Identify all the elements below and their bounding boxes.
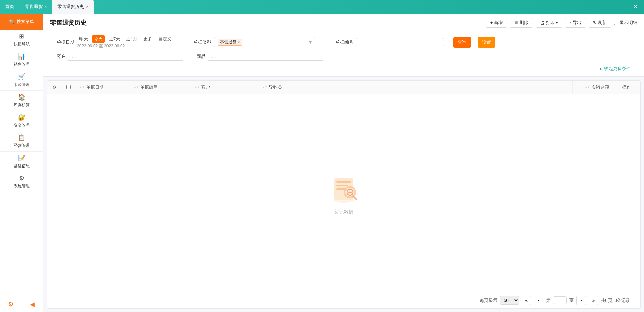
window-close-button[interactable]: × — [631, 2, 640, 12]
sidebar-item-label-system: 系统管理 — [14, 183, 30, 189]
collapse-label: 收起更多条件 — [604, 66, 630, 72]
date-filter-buttons: 昨天 今天 近7天 近1月 更多 自定义 — [77, 35, 173, 43]
refresh-label: 刷新 — [598, 20, 607, 26]
sidebar-item-label-inventory: 库存核算 — [14, 102, 30, 108]
print-button[interactable]: 🖨 打印 ▾ — [536, 18, 562, 28]
add-button[interactable]: + 新增 — [486, 18, 507, 28]
customer-filter-label: 客户 — [57, 53, 66, 60]
sidebar-collapse-button[interactable]: ◀ — [30, 300, 35, 308]
column-settings-icon[interactable]: ⚙ — [52, 85, 56, 90]
empty-state: 暂无数据 — [327, 171, 361, 215]
date-range-text: 2023-06-02 至 2023-06-02 — [77, 43, 173, 49]
collapse-button[interactable]: ▲ 收起更多条件 — [598, 66, 630, 72]
system-icon: ⚙ — [19, 175, 24, 182]
sidebar-item-sales-mgmt[interactable]: 📊销售管理 — [0, 50, 43, 70]
select-all-checkbox[interactable] — [66, 85, 71, 89]
date-filter-item: 单据日期 昨天 今天 近7天 近1月 更多 自定义 2023-06-02 至 2… — [57, 35, 173, 49]
goods-filter-input[interactable] — [208, 52, 323, 61]
date-today-button[interactable]: 今天 — [92, 35, 105, 43]
sidebar-item-system[interactable]: ⚙系统管理 — [0, 172, 43, 192]
next-page-button[interactable]: › — [576, 296, 586, 305]
th-guide-sort-icon[interactable]: ▲▼ — [262, 86, 267, 89]
sidebar-search-button[interactable]: 🔍 搜索菜单 — [0, 14, 43, 30]
sidebar-item-label-sales-mgmt: 销售管理 — [14, 62, 30, 67]
type-filter-label: 单据类型 — [194, 39, 211, 45]
th-customer-sort-icon[interactable]: ▲▼ — [194, 86, 200, 89]
top-bar: 首页零售退货×零售退货历史× × — [0, 0, 644, 14]
sidebar-item-finance[interactable]: 🔐资金管理 — [0, 111, 43, 131]
sidebar-item-label-quick-nav: 快捷导航 — [14, 41, 30, 47]
tab-return[interactable]: 零售退货× — [20, 0, 52, 14]
date-custom-button[interactable]: 自定义 — [156, 35, 173, 43]
customer-filter-input[interactable] — [68, 52, 183, 61]
date-more-button[interactable]: 更多 — [141, 35, 154, 43]
type-tag-remove[interactable]: × — [238, 40, 240, 44]
th-num: ▲▼ 单据编号 — [129, 81, 190, 94]
filter-row-2: 客户 商品 — [57, 52, 630, 61]
sidebar-item-basic-info[interactable]: 📝基础信息 — [0, 152, 43, 172]
th-num-label: 单据编号 — [140, 84, 158, 90]
tab-home[interactable]: 首页 — [0, 0, 20, 14]
pagination: 每页显示 50 10 20 100 « ‹ 第 页 › » 共0页, 0条记录 — [50, 292, 637, 308]
sales-mgmt-icon: 📊 — [18, 53, 25, 60]
th-op: 操作 — [613, 81, 640, 94]
filter-area: 单据日期 昨天 今天 近7天 近1月 更多 自定义 2023-06-02 至 2… — [50, 32, 637, 76]
show-detail-checkbox-label[interactable]: 显示明细 — [614, 20, 637, 26]
page-title-row: 零售退货历史 + 新增 🗑 删除 🖨 打印 ▾ ↑ 导出 ↻ — [50, 18, 637, 28]
page-number-input[interactable] — [553, 296, 567, 304]
th-date-sort-icon[interactable]: ▲▼ — [79, 86, 85, 89]
page-suffix-label: 页 — [569, 297, 574, 304]
num-filter-label: 单据编号 — [336, 39, 353, 45]
sidebar-item-quick-nav[interactable]: ⊞快捷导航 — [0, 30, 43, 50]
date-last1m-button[interactable]: 近1月 — [124, 35, 139, 43]
print-label: 打印 — [546, 20, 555, 26]
tab-list: 首页零售退货×零售退货历史× — [0, 0, 631, 14]
date-filter-group: 昨天 今天 近7天 近1月 更多 自定义 2023-06-02 至 2023-0… — [77, 35, 173, 49]
delete-button[interactable]: 🗑 删除 — [510, 18, 533, 28]
per-page-select[interactable]: 50 10 20 100 — [500, 296, 519, 305]
collapse-icon: ▲ — [598, 66, 603, 71]
tab-close-return[interactable]: × — [45, 5, 47, 9]
sidebar-item-label-finance: 资金管理 — [14, 122, 30, 128]
sidebar-item-operations[interactable]: 📋经营管理 — [0, 131, 43, 152]
export-label: 导出 — [573, 20, 581, 26]
customer-filter-item: 客户 — [57, 52, 183, 61]
th-guide: ▲▼ 导购员 — [258, 81, 312, 94]
sidebar-item-purchase-mgmt[interactable]: 🛒采购管理 — [0, 70, 43, 91]
goods-filter-label: 商品 — [197, 53, 206, 60]
toolbar-buttons: + 新增 🗑 删除 🖨 打印 ▾ ↑ 导出 ↻ 刷新 — [486, 18, 637, 28]
last-page-button[interactable]: » — [589, 296, 598, 305]
th-num-sort-icon[interactable]: ▲▼ — [134, 86, 139, 89]
th-amount-sort-icon[interactable]: ▲▼ — [585, 86, 590, 89]
svg-line-7 — [353, 196, 356, 199]
type-tag: 零售退货 × — [218, 39, 242, 46]
num-filter-input[interactable] — [356, 38, 444, 46]
empty-icon — [327, 171, 361, 205]
table-header: ⚙ ▲▼ 单据日期 ▲▼ 单据编号 ▲▼ 客户 ▲▼ — [47, 81, 640, 94]
show-detail-checkbox[interactable] — [614, 21, 618, 25]
date-filter-label: 单据日期 — [57, 39, 74, 45]
svg-rect-3 — [336, 185, 348, 186]
export-button[interactable]: ↑ 导出 — [565, 18, 586, 28]
filter-settings-button[interactable]: 设置 — [478, 37, 495, 48]
refresh-button[interactable]: ↻ 刷新 — [589, 18, 611, 28]
th-check[interactable] — [62, 81, 75, 94]
search-icon: 🔍 — [9, 19, 15, 24]
date-yesterday-button[interactable]: 昨天 — [77, 35, 90, 43]
date-last7-button[interactable]: 近7天 — [107, 35, 122, 43]
th-customer-label: 客户 — [201, 84, 210, 90]
prev-page-button[interactable]: ‹ — [534, 296, 543, 305]
refresh-icon: ↻ — [593, 20, 597, 25]
th-settings[interactable]: ⚙ — [47, 81, 62, 94]
query-button[interactable]: 查询 — [453, 37, 471, 48]
sidebar-item-label-operations: 经营管理 — [14, 143, 30, 149]
sidebar-settings-button[interactable]: ⚙ — [8, 300, 14, 308]
tab-close-return-history[interactable]: × — [86, 5, 88, 9]
first-page-button[interactable]: « — [522, 296, 531, 305]
tab-return-history[interactable]: 零售退货历史× — [52, 0, 93, 14]
sidebar-item-label-purchase-mgmt: 采购管理 — [14, 82, 30, 88]
type-filter-select[interactable]: 零售退货 × ▾ — [214, 37, 315, 47]
goods-filter-item: 商品 — [197, 52, 323, 61]
type-tag-value: 零售退货 — [220, 39, 236, 45]
sidebar-item-inventory[interactable]: 🏠库存核算 — [0, 91, 43, 111]
